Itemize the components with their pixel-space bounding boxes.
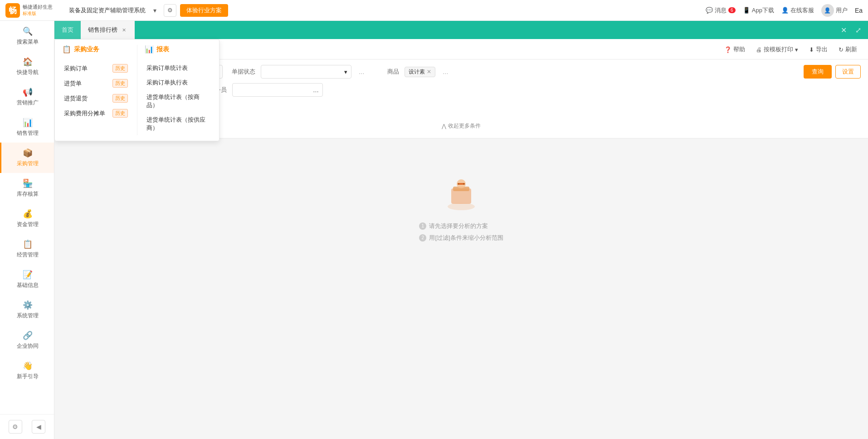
- top-header: 畅 畅捷通好生意 标准版 装备及固定资产辅助管理系统 ▾ ⚙ 体验行业方案 💬 …: [0, 0, 868, 21]
- dropdown-item-order-stat[interactable]: 采购订单统计表: [145, 61, 212, 75]
- print-label: 按模板打印: [764, 45, 793, 54]
- ea-label: Ea: [855, 7, 863, 14]
- svg-point-5: [458, 183, 459, 185]
- logo-icon: 畅: [5, 3, 20, 18]
- tab-expand-btn[interactable]: ⤢: [852, 24, 864, 36]
- sidebar-item-inventory[interactable]: 🏪 库存核算: [0, 173, 54, 203]
- home-icon: 🏠: [23, 57, 33, 67]
- empty-state: 1 请先选择要分析的方案 2 用[过滤]条件来缩小分析范围: [54, 138, 868, 280]
- online-service-label: 在线客服: [790, 6, 814, 15]
- tab-sales-rank[interactable]: 销售排行榜 ✕: [81, 21, 135, 39]
- user-btn[interactable]: 👤 用户: [821, 4, 848, 17]
- finance-icon: 💰: [23, 209, 33, 219]
- dropdown-item-purchase-cost[interactable]: 采购费用分摊单 历史: [62, 106, 130, 121]
- sidebar-item-marketing[interactable]: 📢 营销推广: [0, 82, 54, 112]
- hist-tag-purchase-return: 历史: [112, 94, 128, 103]
- sidebar-item-operation[interactable]: 📋 经营管理: [0, 234, 54, 264]
- dropdown-item-label-order-stat: 采购订单统计表: [146, 64, 188, 72]
- help-label: 帮助: [733, 45, 745, 54]
- message-badge: 6: [728, 7, 736, 13]
- app-download-label: App下载: [752, 6, 774, 15]
- print-dropdown-icon: ▾: [795, 46, 798, 53]
- export-label: 导出: [816, 45, 828, 54]
- sidebar-item-search[interactable]: 🔍 搜索菜单: [0, 21, 54, 51]
- sidebar-label-search: 搜索菜单: [17, 38, 39, 46]
- dropdown-purchase-title: 采购业务: [74, 45, 99, 54]
- dropdown-report-col: 📊 报表 采购订单统计表 采购订单执行表 进货单统计表（按商品） 进货单统计表（…: [137, 45, 219, 135]
- sidebar-item-sales[interactable]: 📊 销售管理: [0, 112, 54, 143]
- sidebar-item-guide[interactable]: 👋 新手引导: [0, 355, 54, 386]
- sidebar-label-sales: 销售管理: [17, 129, 39, 137]
- dropdown-item-label-purchase-order: 采购订单: [64, 64, 88, 73]
- logo-text-area: 畅捷通好生意 标准版: [23, 4, 53, 16]
- tab-close-all-btn[interactable]: ✕: [837, 24, 850, 36]
- tab-close-btn[interactable]: ✕: [120, 26, 127, 34]
- app-version: 标准版: [23, 10, 53, 17]
- refresh-label: 刷新: [845, 45, 857, 54]
- sales-icon: 📊: [23, 118, 33, 128]
- collapse-label: 收起更多条件: [448, 122, 481, 130]
- sidebar-item-quicknav[interactable]: 🏠 快捷导航: [0, 51, 54, 82]
- sidebar-item-purchase[interactable]: 📦 采购管理: [0, 143, 54, 173]
- salesperson-select[interactable]: …: [232, 83, 323, 97]
- system-dropdown-btn[interactable]: ▾: [149, 5, 160, 16]
- hist-tag-purchase-order: 历史: [112, 64, 128, 73]
- sidebar-bottom: ⚙ ◀: [0, 414, 54, 439]
- dropdown-item-purchase-return[interactable]: 进货退货 历史: [62, 91, 130, 106]
- hist-tag-purchase-cost: 历史: [112, 109, 128, 118]
- dropdown-item-purchase-receipt[interactable]: 进货单 历史: [62, 76, 130, 91]
- dropdown-item-receipt-stat-supplier[interactable]: 进货单统计表（按供应商）: [145, 113, 212, 135]
- setting-btn[interactable]: 设置: [835, 65, 861, 79]
- empty-icon: [439, 175, 484, 211]
- layout: 🔍 搜索菜单 🏠 快捷导航 📢 营销推广 📊 销售管理 📦 采购管理 🏪 库存核…: [0, 21, 868, 439]
- doc-status-dropdown-icon: ▾: [344, 69, 347, 75]
- sidebar-label-marketing: 营销推广: [17, 99, 39, 107]
- message-label: 消息: [715, 6, 727, 15]
- main-content: 首页 销售排行榜 ✕ ✕ ⤢ 📋 采购业务 采购订单: [54, 21, 868, 439]
- marketing-icon: 📢: [23, 87, 33, 97]
- dropdown-item-label-receipt-stat-supplier: 进货单统计表（按供应商）: [146, 116, 210, 132]
- purchase-icon: 📦: [23, 148, 33, 158]
- hint-text-1: 请先选择要分析的方案: [429, 220, 488, 232]
- service-icon: 👤: [781, 7, 789, 14]
- doc-status-select[interactable]: ▾: [261, 65, 351, 79]
- search-icon: 🔍: [23, 26, 33, 36]
- avatar: 👤: [821, 4, 834, 17]
- sidebar-item-system[interactable]: ⚙️ 系统管理: [0, 295, 54, 325]
- print-btn[interactable]: 🖨 按模板打印 ▾: [752, 44, 802, 55]
- query-btn[interactable]: 查询: [804, 65, 832, 79]
- svg-point-0: [448, 203, 475, 210]
- sidebar-item-base[interactable]: 📝 基础信息: [0, 264, 54, 295]
- dropdown-item-label-receipt-stat-goods: 进货单统计表（按商品）: [146, 93, 210, 109]
- export-btn[interactable]: ⬇ 导出: [805, 44, 831, 55]
- help-btn[interactable]: ❓ 帮助: [721, 44, 749, 55]
- goods-tag-close[interactable]: ✕: [427, 69, 431, 75]
- export-icon: ⬇: [809, 46, 814, 53]
- guide-icon: 👋: [23, 361, 33, 371]
- base-icon: 📝: [23, 270, 33, 280]
- app-download-btn[interactable]: 📱 App下载: [743, 6, 774, 15]
- dropdown-item-receipt-stat-goods[interactable]: 进货单统计表（按商品）: [145, 90, 212, 113]
- gear-btn[interactable]: ⚙: [164, 4, 176, 17]
- dropdown-item-purchase-order[interactable]: 采购订单 历史: [62, 61, 130, 76]
- dropdown-report-title: 报表: [156, 45, 169, 54]
- online-service-btn[interactable]: 👤 在线客服: [781, 6, 814, 15]
- sidebar-settings-btn[interactable]: ⚙: [9, 420, 22, 434]
- goods-label: 商品: [372, 68, 399, 76]
- hint-text-2: 用[过滤]条件来缩小分析范围: [429, 232, 503, 244]
- operation-icon: 📋: [23, 239, 33, 249]
- report-header-icon: 📊: [145, 45, 154, 54]
- sidebar-label-base: 基础信息: [17, 281, 39, 289]
- empty-hint-1: 1 请先选择要分析的方案: [419, 220, 503, 232]
- hint-num-2: 2: [419, 234, 426, 242]
- dropdown-item-order-exec[interactable]: 采购订单执行表: [145, 75, 212, 90]
- sidebar-item-finance[interactable]: 💰 资金管理: [0, 203, 54, 234]
- sidebar-collapse-btn[interactable]: ◀: [32, 420, 45, 434]
- industry-btn[interactable]: 体验行业方案: [180, 4, 228, 17]
- message-btn[interactable]: 💬 消息 6: [706, 6, 736, 15]
- sidebar-item-enterprise[interactable]: 🔗 企业协同: [0, 325, 54, 355]
- sidebar-label-inventory: 库存核算: [17, 190, 39, 198]
- refresh-btn[interactable]: ↻ 刷新: [835, 44, 861, 55]
- tab-home[interactable]: 首页: [54, 21, 81, 39]
- logo-area: 畅 畅捷通好生意 标准版: [5, 3, 60, 18]
